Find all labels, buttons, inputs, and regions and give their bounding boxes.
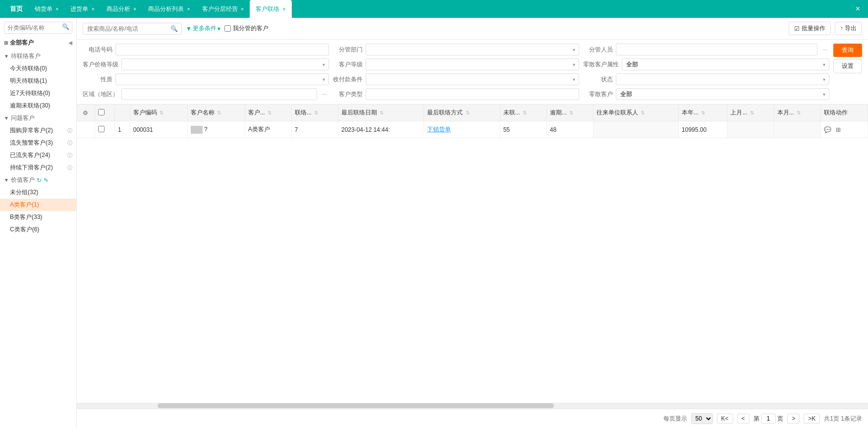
filter-nature-select[interactable] (115, 73, 329, 85)
sidebar-item-b-class[interactable]: B类客户(33) (0, 211, 76, 223)
sidebar-item-abnormal[interactable]: 囤购异常客户(2) ⓘ (0, 124, 76, 137)
filter-person-dots[interactable]: ··· (820, 46, 829, 53)
arrow-icon-2: ▼ (4, 115, 9, 121)
sidebar-item-lost[interactable]: 已流失客户(24) ⓘ (0, 149, 76, 161)
content-area: 🔍 ▼ 更多条件 ▾ 我分管的客户 ☑ 批量操作 ↑ 导出 (77, 18, 868, 428)
sidebar-item-today[interactable]: 今天待联络(0) (0, 62, 76, 75)
refresh-icon[interactable]: ↻ (37, 177, 42, 184)
filter-price-select[interactable] (121, 58, 329, 70)
filter-status-field: 状态 ▾ (583, 73, 829, 85)
th-last-month[interactable]: 上月... ⇅ (727, 105, 774, 121)
th-seq (115, 105, 130, 121)
filter-payment-select[interactable] (366, 73, 579, 85)
filter-customer-type-input[interactable] (366, 88, 579, 100)
filter-status-label: 状态 (583, 75, 613, 84)
info-icon-2: ⓘ (67, 140, 72, 147)
sidebar-group-problem[interactable]: ▼ 问题客户 (0, 112, 76, 124)
sidebar-item-warn[interactable]: 流失预警客户(3) ⓘ (0, 137, 76, 149)
filter-retail-attr-field: 零散客户属性 全部 ▾ (583, 58, 829, 70)
close-analysis-tab[interactable]: × (133, 6, 136, 12)
sort-last-month-icon: ⇅ (750, 110, 754, 115)
last-page-button[interactable]: >K (804, 414, 820, 424)
table-row: 1 000031 ? A类客户 7 2023-04-12 14:44: 下销货单… (77, 121, 868, 138)
export-button[interactable]: ↑ 导出 (835, 22, 862, 35)
sidebar-group-value[interactable]: ▼ 价值客户 ↻ ✎ (0, 174, 76, 186)
query-button[interactable]: 查询 (833, 44, 862, 57)
batch-ops-button[interactable]: ☑ 批量操作 (789, 22, 831, 35)
close-analysis-list-tab[interactable]: × (187, 6, 190, 12)
row-checkbox[interactable] (98, 126, 105, 132)
filter-dept-select[interactable] (366, 44, 579, 55)
last-method-link[interactable]: 下销货单 (427, 126, 451, 133)
select-all-checkbox[interactable] (98, 109, 105, 115)
sidebar-group-pending[interactable]: ▼ 待联络客户 (0, 50, 76, 62)
settings-gear-icon[interactable]: ⚙ (83, 109, 88, 116)
action-more-icon[interactable]: ⊞ (836, 126, 841, 133)
th-this-year[interactable]: 本年... ⇅ (679, 105, 727, 121)
filter-search-input[interactable] (83, 23, 182, 35)
nav-home[interactable]: 首页 (4, 0, 29, 18)
nav-tab-customer-contact[interactable]: 客户联络 × (250, 0, 291, 18)
sidebar-item-declining[interactable]: 持续下滑客户(2) ⓘ (0, 161, 76, 174)
nav-tab-sales[interactable]: 销货单 × (29, 0, 64, 18)
filter-more-btn[interactable]: ▼ 更多条件 ▾ (186, 24, 220, 33)
th-this-month[interactable]: 本月... ⇅ (774, 105, 820, 121)
filter-status-select[interactable] (616, 73, 829, 85)
page-number-input[interactable] (761, 414, 776, 424)
scrollbar-thumb[interactable] (158, 403, 554, 408)
sidebar-item-a-class[interactable]: A类客户(1) (0, 199, 76, 211)
close-purchase-tab[interactable]: × (91, 6, 94, 12)
nav-tab-purchase[interactable]: 进货单 × (64, 0, 100, 18)
settings-button[interactable]: 设置 (833, 59, 862, 73)
filter-person-input[interactable] (616, 44, 817, 55)
filter-search-wrap: 🔍 (83, 23, 182, 35)
horizontal-scrollbar[interactable] (77, 403, 868, 409)
my-customers-filter: 我分管的客户 (224, 24, 269, 33)
sidebar-item-unclassified[interactable]: 未分组(32) (0, 186, 76, 199)
per-page-select[interactable]: 50 (691, 413, 713, 424)
close-all-tabs[interactable]: × (852, 4, 864, 13)
sidebar-item-tomorrow[interactable]: 明天待联络(1) (0, 75, 76, 87)
nav-tab-analysis[interactable]: 商品分析 × (101, 0, 142, 18)
sidebar-item-7days[interactable]: 近7天待联络(0) (0, 87, 76, 100)
filter-person-label: 分管人员 (583, 46, 613, 54)
nav-tab-customer-tier[interactable]: 客户分层经营 × (196, 0, 250, 18)
filter-payment-field: 收付款条件 ▾ (333, 73, 579, 85)
th-name[interactable]: 客户名称 ⇅ (187, 105, 245, 121)
sidebar-all-customers[interactable]: ⊞ 全部客户 ◀ (0, 36, 76, 50)
edit-value-icon[interactable]: ✎ (44, 177, 49, 184)
th-category[interactable]: 客户... ⇅ (245, 105, 291, 121)
sort-this-year-icon: ⇅ (701, 110, 705, 115)
th-action: 联络动作 (820, 105, 868, 121)
th-prev-contact[interactable]: 往来单位联系人 ⇅ (593, 105, 678, 121)
my-customers-checkbox[interactable] (224, 25, 231, 32)
th-code[interactable]: 客户编码 ⇅ (130, 105, 187, 121)
th-no-contact[interactable]: 未联... ⇅ (500, 105, 546, 121)
th-settings[interactable]: ⚙ (77, 105, 95, 121)
sidebar-item-c-class[interactable]: C类客户(6) (0, 223, 76, 236)
info-icon-4: ⓘ (67, 164, 72, 171)
next-page-button[interactable]: > (787, 414, 800, 424)
th-contact[interactable]: 联络... ⇅ (291, 105, 338, 121)
th-overdue[interactable]: 逾期... ⇅ (546, 105, 593, 121)
filter-region-input[interactable] (121, 88, 317, 100)
filter-retail-attr-select[interactable]: 全部 (622, 58, 829, 70)
close-customer-tier-tab[interactable]: × (241, 6, 244, 12)
nav-tab-analysis-list[interactable]: 商品分析列表 × (142, 0, 196, 18)
th-last-date[interactable]: 最后联络日期 ⇅ (338, 105, 424, 121)
td-last-method[interactable]: 下销货单 (424, 121, 500, 138)
close-sales-tab[interactable]: × (55, 6, 58, 12)
close-customer-contact-tab[interactable]: × (282, 6, 285, 12)
filter-row-2: 客户价格等级 ▾ 客户等级 ▾ (83, 58, 829, 70)
first-page-button[interactable]: K< (717, 414, 733, 424)
th-last-method[interactable]: 最后联络方式 ⇅ (424, 105, 500, 121)
filter-phone-input[interactable] (115, 44, 329, 55)
filter-retail-customer-select[interactable]: 全部 (616, 88, 829, 100)
filter-region-dots[interactable]: ··· (320, 91, 329, 98)
td-no-contact: 55 (500, 121, 546, 138)
filter-customer-level-select[interactable] (366, 58, 579, 70)
prev-page-button[interactable]: < (737, 414, 750, 424)
sidebar-item-overdue[interactable]: 逾期未联络(30) (0, 100, 76, 112)
arrow-icon: ▼ (4, 54, 9, 59)
action-chat-icon[interactable]: 💬 (824, 126, 831, 133)
